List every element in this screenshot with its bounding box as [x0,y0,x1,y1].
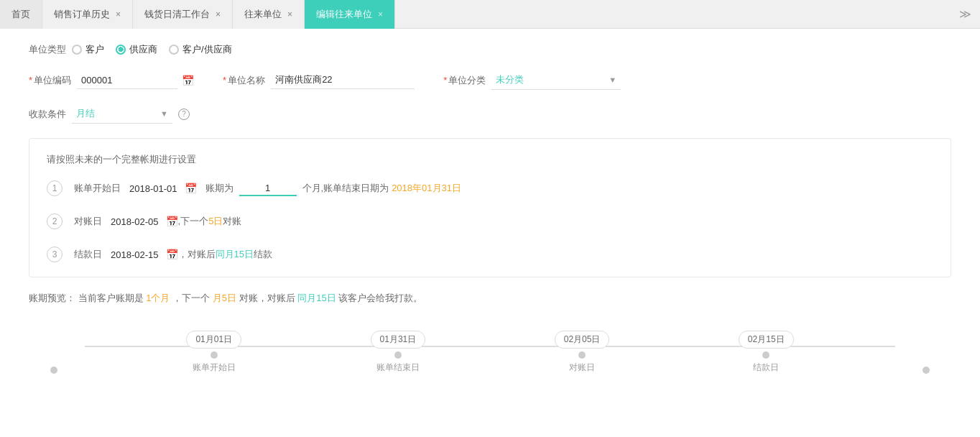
step-2-date: 2018-02-05 [111,216,159,227]
tl-dot-1 [211,351,218,359]
calendar-icon[interactable]: 📅 [182,75,194,86]
step-1-label: 账单开始日 [74,182,121,195]
unit-details-row: * 单位编码 📅 * 单位名称 * 单位分类 未分类 ▼ [29,70,951,90]
chevron-down-icon: ▼ [160,109,168,118]
required-star-name: * [223,75,226,86]
tl-label-3: 02月05日 [555,331,610,349]
timeline-end-dot [923,355,930,374]
unit-category-group: * 单位分类 未分类 ▼ [443,70,621,90]
timeline-point-1: 01月01日 账单开始日 [186,331,241,374]
preview-highlight-3: 同月15日 [297,293,336,303]
main-content: 单位类型 客户 供应商 客户/供应商 * 单位编码 📅 * 单位名称 [0,29,980,437]
tab-home[interactable]: 首页 [0,0,42,29]
unit-type-label: 单位类型 [29,43,66,56]
tl-label-4: 02月15日 [739,331,794,349]
section-instruction: 请按照未来的一个完整帐期进行设置 [47,153,933,166]
step-3-label: 结款日 [74,248,102,261]
tl-dot [50,367,57,374]
step-3-highlight: 同月15日 [216,248,254,261]
tl-label-2: 01月31日 [371,331,426,349]
payment-cond-select[interactable]: 月结 ▼ [72,104,172,124]
chevron-down-icon: ▼ [609,75,616,84]
tab-edit-partner[interactable]: 编辑往来单位 × [305,0,395,29]
timeline-point-4: 02月15日 结款日 [739,331,794,374]
radio-supplier[interactable]: 供应商 [116,43,157,56]
step-3-row: 3 结款日 2018-02-15 📅 ，对账后 同月15日 结款 [47,247,933,262]
close-icon[interactable]: × [378,9,383,19]
step-1-cal-icon[interactable]: 📅 [185,183,197,194]
step-1-row: 1 账单开始日 2018-01-01 📅 账期为 个月,账单结束日期为 2018… [47,180,933,196]
unit-name-label: 单位名称 [228,74,265,87]
expand-tabs-button[interactable]: ≫ [951,0,980,29]
tl-dot-2 [394,351,402,359]
step-3-cal-icon[interactable]: 📅 [166,249,178,260]
unit-type-row: 单位类型 客户 供应商 客户/供应商 [29,43,951,56]
unit-code-group: * 单位编码 📅 [29,72,194,89]
payment-cond-label: 收款条件 [29,108,66,121]
step-2-label: 对账日 [74,215,102,228]
unit-code-label: 单位编码 [34,74,71,87]
tl-dot-end [923,367,930,374]
step-2-highlight: 5日 [208,215,223,228]
unit-code-input[interactable] [77,72,177,89]
tl-dot-4 [762,351,769,359]
step-3-desc-prefix: ，对账后 [178,248,216,261]
tab-partner[interactable]: 往来单位 × [233,0,305,29]
step-1-date: 2018-01-01 [129,183,177,194]
preview-row: 账期预览： 当前客户账期是 1个月 ，下一个 月5日 对账，对账后 同月15日 … [29,292,951,319]
timeline-points: 01月01日 账单开始日 01月31日 账单结束日 02月05日 对账日 02月… [50,331,930,374]
preview-highlight-2: 月5日 [213,293,236,303]
step-1-num: 1 [47,180,63,196]
required-star-code: * [29,75,32,86]
help-icon[interactable]: ? [178,109,190,120]
radio-circle-supplier [116,45,126,55]
step-2-row: 2 对账日 2018-02-05 📅 ,下一个 5日 对账 [47,213,933,229]
tl-desc-4: 结款日 [753,362,779,374]
unit-category-label: 单位分类 [448,74,486,87]
step-2-cal-icon[interactable]: 📅 [166,216,178,227]
step-2-desc-prefix: ,下一个 [178,215,209,228]
unit-type-radio-group: 客户 供应商 客户/供应商 [72,43,232,56]
tl-label-1: 01月01日 [186,331,241,349]
step-3-desc-suffix: 结款 [254,248,272,261]
step-3-num: 3 [47,247,63,262]
tl-dot-3 [578,351,586,359]
step-3-date: 2018-02-15 [111,249,159,260]
required-star-cat: * [443,75,447,86]
tl-desc-2: 账单结束日 [376,362,420,374]
step-1-suffix-before: 账期为 [205,182,234,195]
period-input[interactable] [239,181,297,196]
preview-label: 账期预览： 当前客户账期是 1个月 ，下一个 月5日 对账，对账后 同月15日 … [29,292,422,305]
tabs-bar: 首页 销售订单历史 × 钱货日清工作台 × 往来单位 × 编辑往来单位 × ≫ [0,0,980,29]
unit-category-select[interactable]: 未分类 ▼ [491,70,621,90]
timeline-start-dot [50,355,57,374]
step-2-desc-suffix: 对账 [223,215,241,228]
preview-highlight-1: 1个月 [146,293,170,303]
radio-customer-supplier[interactable]: 客户/供应商 [169,43,232,56]
payment-period-section: 请按照未来的一个完整帐期进行设置 1 账单开始日 2018-01-01 📅 账期… [29,138,951,277]
radio-customer[interactable]: 客户 [72,43,104,56]
step-2-num: 2 [47,213,63,229]
close-icon[interactable]: × [287,9,292,19]
close-icon[interactable]: × [216,9,221,19]
close-icon[interactable]: × [116,9,121,19]
timeline-point-2: 01月31日 账单结束日 [371,331,426,374]
payment-cond-row: 收款条件 月结 ▼ ? [29,104,951,124]
tab-cash-work[interactable]: 钱货日清工作台 × [133,0,233,29]
tl-desc-1: 账单开始日 [193,362,236,374]
unit-name-input[interactable] [271,72,415,89]
timeline-point-3: 02月05日 对账日 [555,331,610,374]
tab-sales-history[interactable]: 销售订单历史 × [42,0,133,29]
radio-circle-both [169,45,179,55]
tl-desc-3: 对账日 [569,362,595,374]
unit-name-group: * 单位名称 [223,72,415,89]
timeline-wrapper: 01月01日 账单开始日 01月31日 账单结束日 02月05日 对账日 02月… [29,331,951,374]
step-1-suffix-after: 个月,账单结束日期为 [302,182,389,195]
step-1-end-date: 2018年01月31日 [392,182,461,195]
radio-circle-customer [72,45,82,55]
